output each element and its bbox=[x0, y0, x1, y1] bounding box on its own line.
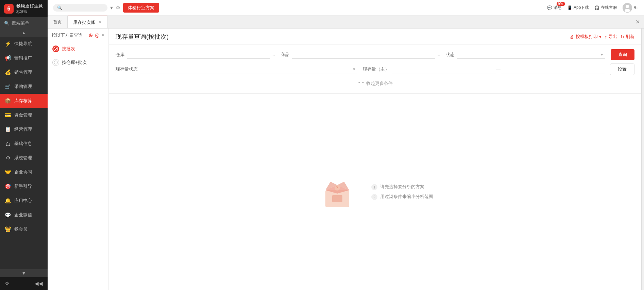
left-panel-icons: ⊕ ◎ « bbox=[88, 32, 104, 38]
topbar-dropdown-icon[interactable]: ▾ bbox=[110, 4, 113, 11]
marketing-icon: 📢 bbox=[5, 55, 11, 61]
sidebar-item-operation[interactable]: 📋 经营管理 bbox=[0, 122, 48, 137]
left-panel: 按以下方案查询 ⊕ ◎ « 按批次 按仓库+批次 bbox=[48, 29, 109, 290]
solution-batch-icon bbox=[52, 46, 59, 52]
product-dots[interactable]: ··· bbox=[437, 52, 440, 57]
tab-home-label: 首页 bbox=[53, 19, 62, 25]
inventory-status-arrow-icon: ▾ bbox=[353, 67, 355, 72]
sidebar-header-text: 畅康通好生意 标准版 bbox=[16, 3, 43, 14]
sidebar-logo: 6 bbox=[4, 4, 14, 14]
topbar-settings-icon[interactable]: ⚙ bbox=[116, 4, 120, 11]
sidebar-item-wechat[interactable]: 💬 企业微信 bbox=[0, 208, 48, 222]
product-input[interactable] bbox=[292, 51, 435, 59]
warehouse-input[interactable] bbox=[127, 51, 270, 59]
scroll-up-btn[interactable]: ▲ bbox=[0, 29, 48, 37]
empty-illustration: ? bbox=[317, 171, 358, 212]
sidebar-item-marketing[interactable]: 📢 营销推广 bbox=[0, 51, 48, 65]
qty-label: 现存量（主） bbox=[363, 66, 389, 72]
app-center-icon: 🔔 bbox=[5, 198, 11, 204]
nav-label: 畅会员 bbox=[14, 226, 28, 232]
tab-inventory-batch[interactable]: 库存批次账 ✕ bbox=[68, 16, 107, 28]
sidebar-item-guide[interactable]: 🎯 新手引导 bbox=[0, 179, 48, 194]
sidebar-item-collab[interactable]: 🤝 企业协同 bbox=[0, 165, 48, 179]
avatar bbox=[623, 3, 632, 13]
add-solution-icon[interactable]: ⊕ bbox=[88, 32, 93, 38]
settings-btn[interactable]: 设置 bbox=[610, 64, 634, 75]
messages-btn[interactable]: 💬 消息 99+ bbox=[547, 5, 562, 11]
refresh-btn[interactable]: ↻ 刷新 bbox=[621, 34, 634, 40]
scroll-down-btn[interactable]: ▼ bbox=[0, 269, 48, 277]
qty-filter: 现存量（主） — bbox=[363, 65, 605, 73]
content-area: 按以下方案查询 ⊕ ◎ « 按批次 按仓库+批次 bbox=[48, 29, 644, 290]
nav-label: 系统管理 bbox=[14, 155, 32, 161]
service-btn[interactable]: 🎧 在线客服 bbox=[594, 5, 617, 11]
app-label: App下载 bbox=[574, 5, 589, 11]
company-name: 畅康通好生意 bbox=[16, 3, 43, 9]
query-btn[interactable]: 查询 bbox=[611, 49, 634, 60]
qty-max-input[interactable] bbox=[501, 65, 605, 73]
sidebar-item-sales[interactable]: 💰 销售管理 bbox=[0, 65, 48, 79]
system-icon: ⚙ bbox=[5, 155, 11, 161]
collapse-panel-icon[interactable]: « bbox=[102, 32, 104, 38]
status-filter: 状态 ▾ bbox=[446, 51, 605, 59]
message-badge: 99+ bbox=[557, 2, 565, 6]
sidebar-item-finance[interactable]: 💳 资金管理 bbox=[0, 108, 48, 122]
search-icon: 🔍 bbox=[4, 21, 10, 26]
sidebar-item-member[interactable]: 👑 畅会员 bbox=[0, 222, 48, 236]
app-icon: 📱 bbox=[567, 5, 572, 10]
collapse-sidebar-icon[interactable]: ◀◀ bbox=[35, 280, 43, 287]
print-dropdown-icon: ▾ bbox=[599, 34, 601, 39]
nav-label: 企业微信 bbox=[14, 212, 32, 218]
app-download-btn[interactable]: 📱 App下载 bbox=[567, 5, 589, 11]
trial-btn[interactable]: 体验行业方案 bbox=[123, 3, 159, 13]
tab-extra-close[interactable]: ✕ bbox=[631, 16, 644, 28]
qty-min-input[interactable] bbox=[392, 65, 496, 73]
right-scrollbar[interactable] bbox=[641, 29, 644, 290]
print-btn[interactable]: 🖨 按模板打印 ▾ bbox=[570, 34, 601, 40]
tip-num-2: 2 bbox=[371, 194, 377, 200]
sidebar-item-system[interactable]: ⚙ 系统管理 bbox=[0, 151, 48, 165]
qty-dash: — bbox=[496, 67, 501, 72]
settings-footer-icon[interactable]: ⚙ bbox=[5, 280, 9, 287]
page-title: 现存量查询(按批次) bbox=[116, 33, 169, 41]
tab-home[interactable]: 首页 bbox=[48, 16, 68, 28]
collapse-filters-btn[interactable]: ⌃⌃ 收起更多条件 bbox=[116, 78, 634, 89]
sidebar-item-app-center[interactable]: 🔔 应用中心 bbox=[0, 194, 48, 208]
topbar-right: 💬 消息 99+ 📱 App下载 🎧 在线客服 Rit bbox=[547, 3, 639, 13]
inventory-status-select[interactable]: ▾ bbox=[140, 65, 357, 73]
quick-nav-icon: ⚡ bbox=[5, 41, 11, 47]
topbar: 🔍 ▾ ⚙ 体验行业方案 💬 消息 99+ 📱 App下载 🎧 在线客服 bbox=[48, 0, 644, 16]
nav-label: 采购管理 bbox=[14, 84, 32, 90]
topbar-search-bar[interactable]: 🔍 bbox=[53, 4, 107, 12]
tip-text-2: 用过滤条件来缩小分析范围 bbox=[380, 194, 433, 200]
refresh-label: 刷新 bbox=[626, 34, 634, 40]
search-label: 搜索菜单 bbox=[12, 20, 29, 26]
right-main: 现存量查询(按批次) 🖨 按模板打印 ▾ ↑ 导出 ↻ 刷新 bbox=[109, 29, 641, 290]
nav-label: 营销推广 bbox=[14, 55, 32, 61]
main-area: 🔍 ▾ ⚙ 体验行业方案 💬 消息 99+ 📱 App下载 🎧 在线客服 bbox=[48, 0, 644, 290]
sidebar-item-basic[interactable]: 🗂 基础信息 bbox=[0, 137, 48, 151]
sales-icon: 💰 bbox=[5, 69, 11, 75]
user-name: Rit bbox=[633, 5, 639, 10]
solution-settings-icon[interactable]: ◎ bbox=[95, 32, 100, 38]
solution-warehouse-batch[interactable]: 按仓库+批次 bbox=[48, 56, 108, 69]
sidebar-item-inventory[interactable]: 📦 库存核算 bbox=[0, 94, 48, 108]
status-select[interactable]: ▾ bbox=[457, 51, 605, 59]
solution-batch-label: 按批次 bbox=[62, 46, 75, 52]
user-profile[interactable]: Rit bbox=[623, 3, 639, 13]
warehouse-dots[interactable]: ··· bbox=[271, 52, 275, 57]
tab-close-btn[interactable]: ✕ bbox=[99, 20, 102, 24]
solution-warehouse-batch-label: 按仓库+批次 bbox=[62, 59, 87, 66]
sidebar-item-purchase[interactable]: 🛒 采购管理 bbox=[0, 79, 48, 94]
sidebar-search[interactable]: 🔍 搜索菜单 bbox=[0, 17, 48, 29]
print-label: 按模板打印 bbox=[576, 34, 598, 40]
member-icon: 👑 bbox=[5, 226, 11, 232]
solution-batch[interactable]: 按批次 bbox=[48, 42, 108, 56]
sidebar-item-quick-nav[interactable]: ⚡ 快捷导航 bbox=[0, 37, 48, 51]
solution-warehouse-icon bbox=[52, 59, 59, 66]
inventory-icon: 📦 bbox=[5, 98, 11, 104]
close-icon: ✕ bbox=[635, 19, 640, 25]
export-btn[interactable]: ↑ 导出 bbox=[605, 34, 617, 40]
refresh-icon: ↻ bbox=[621, 34, 624, 39]
export-icon: ↑ bbox=[605, 34, 607, 39]
